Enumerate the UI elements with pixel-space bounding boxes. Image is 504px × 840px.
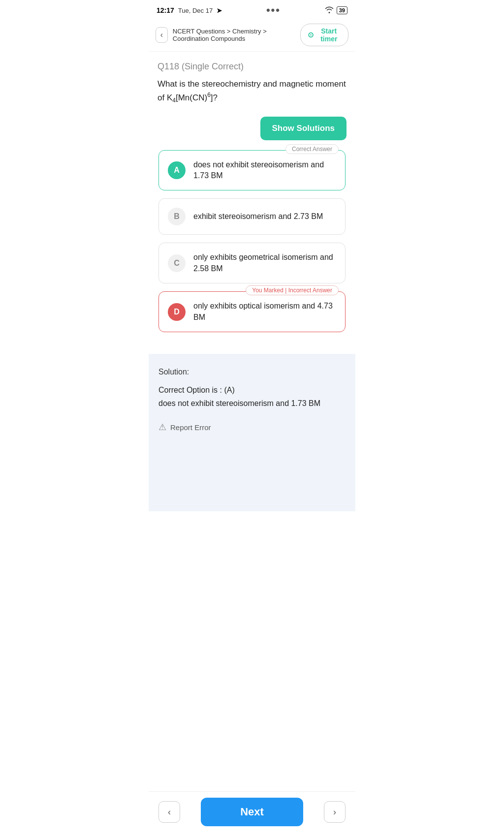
bottom-nav: ‹ Next › <box>149 791 355 840</box>
option-text-d: only exhibits optical isomerism and 4.73… <box>193 301 336 323</box>
status-time: 12:17 <box>157 6 174 14</box>
nav-bar: ‹ NCERT Questions > Chemistry > Coordina… <box>149 19 355 52</box>
warning-icon: ⚠ <box>158 422 166 433</box>
next-arrow-button[interactable]: › <box>324 801 346 823</box>
option-card-b[interactable]: B exhibit stereoisomerism and 2.73 BM <box>158 198 346 235</box>
question-text: What is the stereochemistry and magnetic… <box>158 78 346 105</box>
question-meta: Q118 (Single Correct) <box>158 62 346 72</box>
back-button[interactable]: ‹ <box>156 27 168 43</box>
incorrect-answer-tag: You Marked | Incorrect Answer <box>246 285 339 295</box>
option-wrapper-b: B exhibit stereoisomerism and 2.73 BM <box>158 198 346 235</box>
prev-button[interactable]: ‹ <box>158 801 180 823</box>
dots-menu[interactable]: ••• <box>266 4 281 17</box>
option-badge-c: C <box>168 254 186 272</box>
show-solutions-button[interactable]: Show Solutions <box>260 117 347 140</box>
option-badge-b: B <box>168 208 186 225</box>
question-sup: 6 <box>207 92 211 98</box>
battery-badge: 39 <box>337 6 347 14</box>
option-card-a[interactable]: A does not exhibit stereoisomerism and 1… <box>158 150 346 191</box>
option-text-c: only exhibits geometrical isomerism and … <box>193 252 336 274</box>
solution-line2: does not exhibit stereoisomerism and 1.7… <box>158 397 346 410</box>
option-text-b: exhibit stereoisomerism and 2.73 BM <box>193 211 323 222</box>
location-icon: ➤ <box>217 7 222 14</box>
status-bar: 12:17 Tue, Dec 17 ➤ ••• 39 <box>149 0 355 19</box>
report-error-button[interactable]: ⚠ Report Error <box>158 422 211 433</box>
solution-answer: Correct Option is : (A) does not exhibit… <box>158 383 346 410</box>
prev-icon: ‹ <box>168 807 171 817</box>
correct-answer-tag: Correct Answer <box>285 144 339 154</box>
option-card-c[interactable]: C only exhibits geometrical isomerism an… <box>158 243 346 283</box>
option-wrapper-a: Correct Answer A does not exhibit stereo… <box>158 150 346 191</box>
option-text-a: does not exhibit stereoisomerism and 1.7… <box>193 159 336 182</box>
question-text-mid: [Mn(CN) <box>176 93 207 102</box>
main-content: Q118 (Single Correct) What is the stereo… <box>149 52 355 340</box>
option-badge-a: A <box>168 161 186 179</box>
option-wrapper-c: C only exhibits geometrical isomerism an… <box>158 243 346 283</box>
back-icon: ‹ <box>160 31 163 39</box>
question-sub: 4 <box>172 97 176 104</box>
report-error-label: Report Error <box>170 423 211 432</box>
next-icon: › <box>333 807 336 817</box>
breadcrumb: NCERT Questions > Chemistry > Coordinati… <box>173 28 301 42</box>
solution-label: Solution: <box>158 368 346 376</box>
wifi-icon <box>325 6 334 15</box>
next-button[interactable]: Next <box>201 798 303 826</box>
timer-label: Start timer <box>316 27 341 43</box>
question-text-suffix: ]? <box>211 93 218 102</box>
solution-section: Solution: Correct Option is : (A) does n… <box>149 354 355 511</box>
options-list: Correct Answer A does not exhibit stereo… <box>158 150 346 332</box>
option-badge-d: D <box>168 303 186 321</box>
option-wrapper-d: You Marked | Incorrect Answer D only exh… <box>158 291 346 332</box>
solution-line1: Correct Option is : (A) <box>158 383 346 397</box>
status-icons: 39 <box>325 6 347 15</box>
solutions-btn-wrap: Show Solutions <box>158 117 346 140</box>
status-date: Tue, Dec 17 <box>178 7 213 14</box>
start-timer-button[interactable]: ⊙ Start timer <box>300 24 348 46</box>
timer-icon: ⊙ <box>308 31 314 39</box>
option-card-d[interactable]: D only exhibits optical isomerism and 4.… <box>158 291 346 332</box>
